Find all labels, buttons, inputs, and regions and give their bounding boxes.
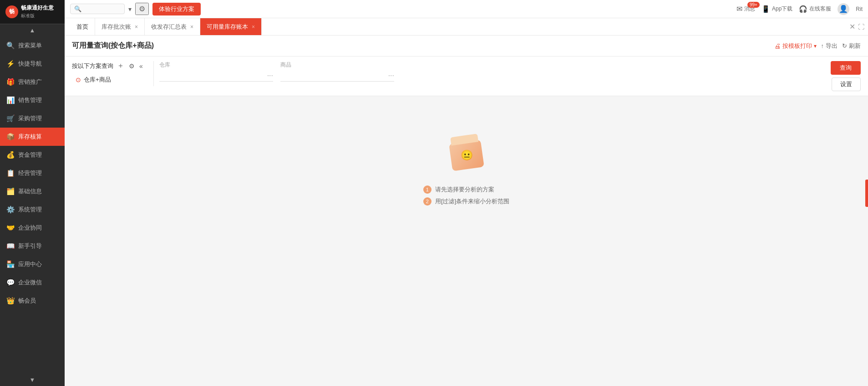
- sidebar-item-label: 经营管理: [18, 169, 42, 177]
- tabbar-close-button[interactable]: ✕: [849, 22, 855, 31]
- tab-available-ledger-label: 可用量库存账本: [207, 23, 248, 31]
- sales-icon: 📊: [6, 96, 15, 104]
- collapse-scheme-button[interactable]: «: [138, 62, 144, 70]
- industry-solution-button[interactable]: 体验行业方案: [152, 3, 201, 15]
- headset-icon: 🎧: [799, 5, 807, 13]
- tab-home[interactable]: 首页: [70, 18, 95, 35]
- app-download-label: App下载: [772, 5, 792, 13]
- enterprise-icon: 🤝: [6, 224, 15, 232]
- tab-collect-summary[interactable]: 收发存汇总表 ×: [145, 18, 200, 35]
- sidebar-item-marketing[interactable]: 🎁 营销推广: [0, 73, 65, 91]
- message-button[interactable]: ✉ 消息 99+: [736, 5, 755, 13]
- refresh-icon: ↻: [842, 42, 847, 49]
- app-download-button[interactable]: 📱 App下载: [761, 5, 792, 13]
- goods-input[interactable]: [280, 72, 388, 79]
- basic-icon: 🗂️: [6, 187, 15, 196]
- sidebar-item-operations[interactable]: 📋 经营管理: [0, 164, 65, 182]
- sidebar-item-label: 快捷导航: [18, 60, 42, 68]
- sidebar-header: 畅 畅康通好生意 标准版: [0, 0, 65, 24]
- online-service-label: 在线客服: [809, 5, 831, 13]
- member-icon: 👑: [6, 297, 15, 305]
- logo-icon: 畅: [5, 5, 18, 18]
- refresh-button[interactable]: ↻ 刷新: [842, 42, 861, 50]
- template-print-button[interactable]: 🖨 按模板打印 ▾: [774, 42, 817, 50]
- search-icon: 🔍: [6, 41, 15, 50]
- user-avatar[interactable]: 👤: [838, 3, 849, 15]
- filter-scheme: 按以下方案查询 ＋ ⚙ « ⊙ 仓库+商品: [72, 61, 154, 86]
- hint-num-1: 1: [423, 185, 431, 194]
- topbar: 🔍 ▾ ⚙ 体验行业方案 ✉ 消息 99+ 📱 App下载 🎧 在线客服 �: [65, 0, 868, 18]
- sidebar-item-label: 畅会员: [18, 297, 36, 305]
- right-scroll-hint: [865, 180, 868, 207]
- sidebar-item-wechat[interactable]: 💬 企业微信: [0, 273, 65, 292]
- tab-batch-account-label: 库存批次账: [102, 23, 131, 31]
- tab-home-label: 首页: [76, 23, 88, 31]
- goods-dots-button[interactable]: ···: [388, 72, 394, 80]
- tab-batch-account[interactable]: 库存批次账 ×: [95, 18, 145, 35]
- sidebar-item-search[interactable]: 🔍 搜索菜单: [0, 36, 65, 55]
- sidebar-item-basic[interactable]: 🗂️ 基础信息: [0, 182, 65, 201]
- settings-scheme-button[interactable]: ⚙: [128, 62, 136, 70]
- empty-illustration: 😐: [444, 133, 489, 178]
- refresh-label: 刷新: [849, 42, 861, 50]
- export-button[interactable]: ↑ 导出: [821, 42, 838, 50]
- topbar-gear-button[interactable]: ⚙: [135, 3, 149, 15]
- ops-icon: 📋: [6, 169, 15, 177]
- column-settings-button[interactable]: 设置: [832, 77, 861, 91]
- sidebar-item-label: 资金管理: [18, 151, 42, 159]
- warehouse-field-label: 仓库: [159, 61, 273, 69]
- avatar-icon: 👤: [839, 5, 848, 13]
- sidebar-item-purchase[interactable]: 🛒 采购管理: [0, 109, 65, 128]
- sidebar-item-label: 企业微信: [18, 278, 42, 287]
- empty-hints: 1 请先选择要分析的方案 2 用[过滤]条件来缩小分析范围: [423, 185, 509, 206]
- sidebar-item-sales[interactable]: 📊 销售管理: [0, 91, 65, 109]
- filter-actions: 查询 设置: [831, 61, 861, 91]
- cart-icon: 🛒: [6, 114, 15, 123]
- filter-fields: 仓库 ··· 商品 ···: [159, 61, 823, 82]
- page-title: 可用量查询(按仓库+商品): [72, 41, 154, 51]
- chevron-down-icon: ▾: [814, 43, 817, 49]
- sidebar-item-member[interactable]: 👑 畅会员: [0, 292, 65, 310]
- sidebar-item-newbie[interactable]: 📖 新手引导: [0, 237, 65, 255]
- online-service-button[interactable]: 🎧 在线客服: [799, 5, 831, 13]
- username-label[interactable]: Rit: [856, 6, 863, 12]
- message-badge: 99+: [747, 2, 760, 8]
- newbie-icon: 📖: [6, 242, 15, 250]
- main-area: 🔍 ▾ ⚙ 体验行业方案 ✉ 消息 99+ 📱 App下载 🎧 在线客服 �: [65, 0, 868, 386]
- sidebar-item-label: 应用中心: [18, 260, 42, 268]
- scheme-icon: ⊙: [76, 76, 81, 83]
- add-scheme-button[interactable]: ＋: [116, 61, 125, 71]
- scheme-warehouse-goods[interactable]: ⊙ 仓库+商品: [72, 73, 148, 86]
- sidebar-scroll-down[interactable]: ▼: [0, 374, 65, 386]
- sidebar-item-label: 库存核算: [18, 133, 42, 141]
- page-content: 可用量查询(按仓库+商品) 🖨 按模板打印 ▾ ↑ 导出 ↻ 刷新: [65, 36, 868, 386]
- warehouse-dots-button[interactable]: ···: [267, 72, 273, 80]
- message-icon: ✉: [736, 5, 742, 13]
- sidebar-item-system[interactable]: ⚙️ 系统管理: [0, 201, 65, 219]
- query-button[interactable]: 查询: [831, 61, 861, 75]
- sidebar-item-shortcut[interactable]: ⚡ 快捷导航: [0, 55, 65, 73]
- tabbar-expand-button[interactable]: ⛶: [858, 23, 864, 31]
- sidebar-item-finance[interactable]: 💰 资金管理: [0, 146, 65, 164]
- sidebar-nav: 🔍 搜索菜单 ⚡ 快捷导航 🎁 营销推广 📊 销售管理 🛒 采购管理 📦 库存核…: [0, 36, 65, 374]
- tab-available-ledger-close[interactable]: ×: [252, 24, 255, 30]
- filter-field-goods: 商品 ···: [280, 61, 394, 82]
- tab-collect-summary-close[interactable]: ×: [190, 24, 193, 30]
- filter-field-warehouse: 仓库 ···: [159, 61, 273, 82]
- chevron-down-icon: ▾: [128, 5, 132, 13]
- export-icon: ↑: [821, 42, 824, 49]
- sidebar-item-enterprise[interactable]: 🤝 企业协同: [0, 219, 65, 237]
- sidebar-item-label: 系统管理: [18, 206, 42, 214]
- topbar-dropdown[interactable]: ▾: [128, 5, 132, 13]
- sidebar-scroll-up[interactable]: ▲: [0, 24, 65, 36]
- tab-batch-account-close[interactable]: ×: [135, 24, 138, 30]
- page-header-actions: 🖨 按模板打印 ▾ ↑ 导出 ↻ 刷新: [774, 42, 861, 50]
- sidebar-item-inventory[interactable]: 📦 库存核算: [0, 128, 65, 146]
- scheme-item-label: 仓库+商品: [84, 76, 111, 84]
- sidebar-item-app-center[interactable]: 🏪 应用中心: [0, 255, 65, 273]
- tab-available-ledger[interactable]: 可用量库存账本 ×: [200, 18, 262, 35]
- finance-icon: 💰: [6, 151, 15, 159]
- warehouse-input[interactable]: [159, 72, 267, 79]
- sidebar-item-label: 采购管理: [18, 114, 42, 123]
- topbar-search-input[interactable]: [83, 6, 120, 12]
